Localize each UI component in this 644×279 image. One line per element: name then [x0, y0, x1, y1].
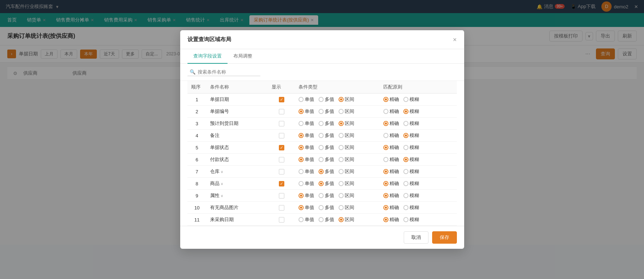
radio-circle-模糊 — [403, 157, 408, 162]
radio-type-单值-row1[interactable]: 单值 — [299, 108, 314, 115]
radio-circle-单值 — [299, 121, 304, 126]
radio-type-单值-row2[interactable]: 单值 — [299, 120, 314, 127]
radio-type-单值-row5[interactable]: 单值 — [299, 156, 314, 163]
show-checkbox-10[interactable] — [279, 217, 284, 223]
save-button[interactable]: 保存 — [432, 231, 457, 244]
radio-type-区间-row5[interactable]: 区间 — [339, 156, 354, 163]
show-checkbox-8[interactable] — [279, 193, 284, 199]
radio-type-多值-row4[interactable]: 多值 — [319, 144, 334, 151]
cancel-button[interactable]: 取消 — [404, 231, 428, 244]
radio-label-区间: 区间 — [345, 108, 354, 115]
radio-match-精确-row10[interactable]: 精确 — [383, 216, 399, 223]
radio-match-模糊-row10[interactable]: 模糊 — [403, 216, 419, 223]
radio-match-模糊-row3[interactable]: 模糊 — [403, 132, 419, 139]
radio-type-多值-row5[interactable]: 多值 — [319, 156, 334, 163]
radio-type-区间-row2[interactable]: 区间 — [339, 120, 354, 127]
radio-circle-单值 — [299, 145, 304, 150]
row-show-2[interactable] — [268, 118, 295, 130]
row-show-0[interactable] — [268, 94, 295, 106]
show-checkbox-4[interactable] — [279, 145, 284, 150]
radio-type-单值-row7[interactable]: 单值 — [299, 180, 314, 187]
radio-match-模糊-row0[interactable]: 模糊 — [403, 96, 419, 103]
radio-type-单值-row3[interactable]: 单值 — [299, 132, 314, 139]
row-show-6[interactable] — [268, 166, 295, 178]
row-show-1[interactable] — [268, 106, 295, 118]
radio-match-精确-row2[interactable]: 精确 — [383, 120, 399, 127]
type-radio-group-0: 单值 多值 区间 — [299, 96, 376, 103]
row-show-4[interactable] — [268, 142, 295, 154]
radio-type-多值-row10[interactable]: 多值 — [319, 216, 334, 223]
radio-match-模糊-row4[interactable]: 模糊 — [403, 144, 419, 151]
radio-type-单值-row8[interactable]: 单值 — [299, 192, 314, 199]
row-show-3[interactable] — [268, 130, 295, 142]
show-checkbox-0[interactable] — [279, 97, 284, 102]
search-input[interactable] — [198, 69, 256, 75]
radio-match-精确-row5[interactable]: 精确 — [383, 156, 399, 163]
dialog-close-button[interactable]: × — [453, 36, 457, 43]
radio-label-模糊: 模糊 — [410, 216, 419, 223]
show-checkbox-6[interactable] — [279, 169, 284, 174]
radio-type-单值-row10[interactable]: 单值 — [299, 216, 314, 223]
radio-match-精确-row3[interactable]: 精确 — [383, 132, 399, 139]
radio-type-多值-row0[interactable]: 多值 — [319, 96, 334, 103]
radio-match-精确-row6[interactable]: 精确 — [383, 168, 399, 175]
radio-match-精确-row7[interactable]: 精确 — [383, 180, 399, 187]
show-checkbox-1[interactable] — [279, 109, 284, 114]
radio-match-模糊-row1[interactable]: 模糊 — [403, 108, 419, 115]
radio-type-区间-row3[interactable]: 区间 — [339, 132, 354, 139]
radio-type-多值-row6[interactable]: 多值 — [319, 168, 334, 175]
radio-type-多值-row7[interactable]: 多值 — [319, 180, 334, 187]
tab-layout-adjust[interactable]: 布局调整 — [228, 49, 258, 64]
row-show-10[interactable] — [268, 214, 295, 226]
match-radio-group-2: 精确 模糊 — [383, 120, 453, 127]
radio-label-区间: 区间 — [345, 204, 354, 211]
row-show-8[interactable] — [268, 190, 295, 202]
radio-match-精确-row9[interactable]: 精确 — [383, 204, 399, 211]
radio-match-精确-row0[interactable]: 精确 — [383, 96, 399, 103]
row-match-3: 精确 模糊 — [380, 130, 457, 142]
radio-type-区间-row1[interactable]: 区间 — [339, 108, 354, 115]
show-checkbox-7[interactable] — [279, 181, 284, 186]
radio-match-精确-row1[interactable]: 精确 — [383, 108, 399, 115]
radio-match-模糊-row8[interactable]: 模糊 — [403, 192, 419, 199]
radio-circle-区间 — [339, 169, 344, 174]
radio-type-多值-row3[interactable]: 多值 — [319, 132, 334, 139]
radio-type-区间-row4[interactable]: 区间 — [339, 144, 354, 151]
radio-circle-精确 — [383, 133, 388, 138]
radio-type-区间-row6[interactable]: 区间 — [339, 168, 354, 175]
radio-type-多值-row9[interactable]: 多值 — [319, 204, 334, 211]
radio-circle-多值 — [319, 205, 324, 210]
radio-type-单值-row0[interactable]: 单值 — [299, 96, 314, 103]
radio-label-多值: 多值 — [325, 96, 334, 103]
radio-match-精确-row4[interactable]: 精确 — [383, 144, 399, 151]
show-checkbox-9[interactable] — [279, 205, 284, 211]
radio-match-模糊-row9[interactable]: 模糊 — [403, 204, 419, 211]
radio-type-多值-row2[interactable]: 多值 — [319, 120, 334, 127]
radio-type-区间-row9[interactable]: 区间 — [339, 204, 354, 211]
show-checkbox-2[interactable] — [279, 121, 284, 126]
radio-type-区间-row7[interactable]: 区间 — [339, 180, 354, 187]
show-checkbox-5[interactable] — [279, 157, 284, 162]
row-show-9[interactable] — [268, 202, 295, 214]
radio-match-精确-row8[interactable]: 精确 — [383, 192, 399, 199]
tab-query-fields[interactable]: 查询字段设置 — [187, 49, 228, 64]
radio-match-模糊-row5[interactable]: 模糊 — [403, 156, 419, 163]
row-show-5[interactable] — [268, 154, 295, 166]
row-show-7[interactable] — [268, 178, 295, 190]
radio-label-多值: 多值 — [325, 192, 334, 199]
radio-match-模糊-row7[interactable]: 模糊 — [403, 180, 419, 187]
radio-type-多值-row1[interactable]: 多值 — [319, 108, 334, 115]
radio-match-模糊-row6[interactable]: 模糊 — [403, 168, 419, 175]
radio-type-区间-row8[interactable]: 区间 — [339, 192, 354, 199]
radio-type-单值-row4[interactable]: 单值 — [299, 144, 314, 151]
radio-type-区间-row10[interactable]: 区间 — [339, 216, 354, 223]
radio-match-模糊-row2[interactable]: 模糊 — [403, 120, 419, 127]
radio-type-单值-row6[interactable]: 单值 — [299, 168, 314, 175]
radio-label-区间: 区间 — [345, 180, 354, 187]
radio-type-区间-row0[interactable]: 区间 — [339, 96, 354, 103]
show-checkbox-3[interactable] — [279, 133, 284, 138]
row-name-7: 商品∨ — [206, 178, 268, 190]
search-input-wrap: 🔍 — [187, 68, 260, 76]
radio-type-单值-row9[interactable]: 单值 — [299, 204, 314, 211]
radio-type-多值-row8[interactable]: 多值 — [319, 192, 334, 199]
